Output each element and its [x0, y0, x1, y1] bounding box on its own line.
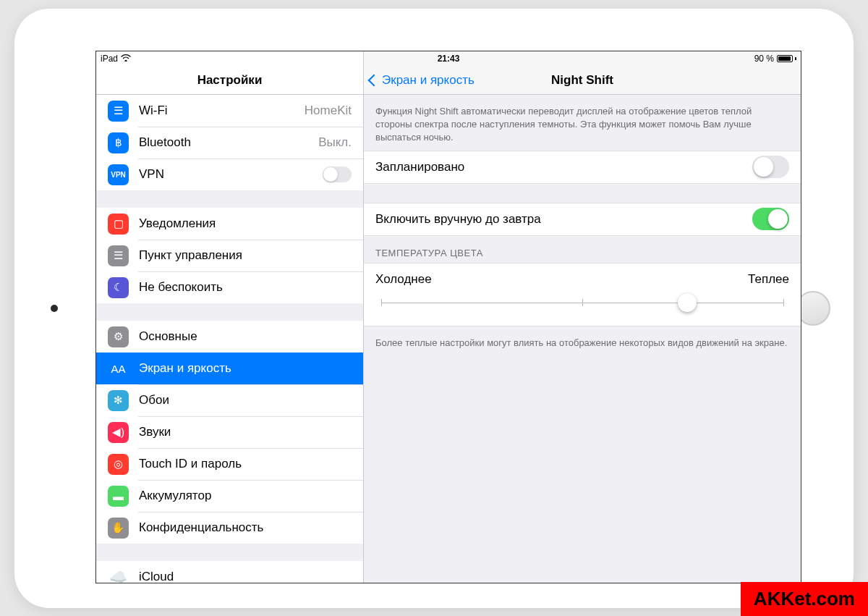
clock: 21:43 — [438, 54, 460, 64]
sidebar-item-sounds[interactable]: ◀)Звуки — [96, 416, 363, 448]
sidebar-list[interactable]: ☰Wi-FiHomeKit฿BluetoothВыкл.VPNVPN▢Уведо… — [96, 95, 363, 583]
display-icon: AA — [108, 358, 129, 379]
sidebar-item-value: Выкл. — [318, 135, 363, 150]
battery-icon: ▬ — [108, 486, 129, 507]
back-label: Экран и яркость — [382, 73, 475, 88]
control-center-icon: ☰ — [108, 245, 129, 266]
watermark: AKKet.com — [741, 582, 868, 616]
sidebar-item-control-center[interactable]: ☰Пункт управления — [96, 240, 363, 271]
bluetooth-icon: ฿ — [108, 132, 129, 153]
scheduled-toggle[interactable] — [752, 156, 789, 178]
wifi-icon: ☰ — [108, 101, 129, 122]
detail-title: Night Shift — [551, 73, 613, 88]
back-button[interactable]: Экран и яркость — [370, 73, 475, 88]
warm-label: Теплее — [748, 272, 789, 287]
sidebar-item-label: Экран и яркость — [139, 361, 363, 376]
sidebar-item-label: Обои — [139, 393, 363, 408]
icloud-icon: ☁️ — [108, 567, 129, 583]
intro-caption: Функция Night Shift автоматически перево… — [364, 95, 801, 151]
wifi-icon — [121, 54, 131, 64]
sidebar-title: Настройки — [197, 73, 263, 88]
settings-sidebar: Настройки ☰Wi-FiHomeKit฿BluetoothВыкл.VP… — [96, 51, 364, 583]
battery-percent: 90 % — [754, 54, 774, 64]
manual-toggle[interactable] — [752, 208, 789, 230]
sidebar-item-label: Аккумулятор — [139, 489, 363, 503]
manual-row[interactable]: Включить вручную до завтра — [364, 203, 801, 236]
ipad-frame: iPad 21:43 90 % Настройки ☰Wi-FiHomeKit฿… — [14, 9, 854, 608]
sidebar-item-bluetooth[interactable]: ฿BluetoothВыкл. — [96, 127, 363, 159]
chevron-left-icon — [368, 74, 380, 86]
screen: iPad 21:43 90 % Настройки ☰Wi-FiHomeKit฿… — [95, 51, 801, 583]
sidebar-item-label: iCloud — [139, 570, 363, 583]
privacy-icon: ✋ — [108, 518, 129, 539]
detail-pane: Экран и яркость Night Shift Функция Nigh… — [364, 51, 801, 583]
sidebar-item-wifi[interactable]: ☰Wi-FiHomeKit — [96, 95, 363, 127]
sidebar-item-icloud[interactable]: ☁️iCloud — [96, 561, 363, 583]
sidebar-item-label: Wi-Fi — [139, 104, 305, 118]
wallpaper-icon: ✻ — [108, 390, 129, 411]
device-label: iPad — [101, 54, 118, 64]
sidebar-item-vpn[interactable]: VPNVPN — [96, 159, 363, 190]
sidebar-item-notifications[interactable]: ▢Уведомления — [96, 208, 363, 240]
footnote-caption: Более теплые настройки могут влиять на о… — [364, 326, 801, 355]
touchid-icon: ◎ — [108, 454, 129, 475]
general-icon: ⚙ — [108, 326, 129, 347]
temperature-slider-card: Холоднее Теплее — [364, 263, 801, 326]
sidebar-item-label: Bluetooth — [139, 135, 318, 150]
sidebar-item-display[interactable]: AAЭкран и яркость — [96, 353, 363, 384]
status-bar: iPad 21:43 90 % — [96, 51, 801, 66]
camera-dot — [51, 305, 58, 312]
sidebar-item-wallpaper[interactable]: ✻Обои — [96, 384, 363, 416]
manual-label: Включить вручную до завтра — [375, 212, 752, 227]
vpn-icon: VPN — [108, 164, 129, 185]
sidebar-item-value: HomeKit — [305, 104, 363, 118]
sidebar-item-label: Конфиденциальность — [139, 520, 363, 535]
sidebar-item-touchid[interactable]: ◎Touch ID и пароль — [96, 448, 363, 480]
sidebar-item-label: Уведомления — [139, 216, 363, 231]
cold-label: Холоднее — [375, 272, 432, 287]
sidebar-item-general[interactable]: ⚙Основные — [96, 321, 363, 353]
temperature-header: ТЕМПЕРАТУРА ЦВЕТА — [364, 236, 801, 263]
do-not-disturb-icon: ☾ — [108, 277, 129, 298]
sidebar-item-label: Пункт управления — [139, 248, 363, 263]
scheduled-row[interactable]: Запланировано — [364, 151, 801, 184]
sidebar-item-label: Звуки — [139, 425, 363, 439]
sidebar-item-privacy[interactable]: ✋Конфиденциальность — [96, 512, 363, 544]
battery-icon — [777, 55, 796, 62]
sidebar-item-label: Основные — [139, 329, 363, 344]
detail-body: Функция Night Shift автоматически перево… — [364, 95, 801, 583]
temperature-slider[interactable] — [381, 294, 783, 311]
sidebar-item-do-not-disturb[interactable]: ☾Не беспокоить — [96, 271, 363, 303]
sidebar-item-label: VPN — [139, 167, 323, 182]
slider-knob[interactable] — [678, 293, 697, 312]
vpn-toggle[interactable] — [323, 166, 352, 182]
sidebar-item-battery[interactable]: ▬Аккумулятор — [96, 480, 363, 512]
sidebar-item-label: Touch ID и пароль — [139, 457, 363, 471]
sounds-icon: ◀) — [108, 422, 129, 443]
sidebar-item-label: Не беспокоить — [139, 280, 363, 295]
scheduled-label: Запланировано — [375, 160, 752, 174]
notifications-icon: ▢ — [108, 214, 129, 235]
